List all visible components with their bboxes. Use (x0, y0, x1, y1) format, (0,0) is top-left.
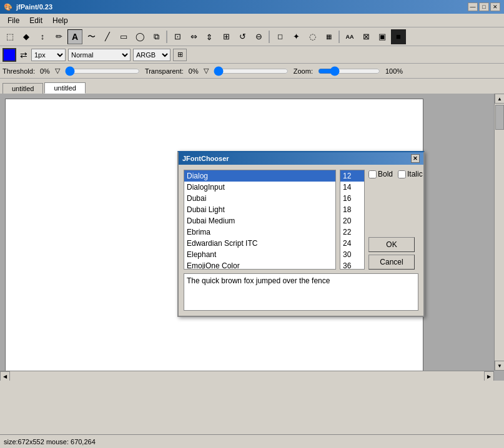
menu-bar: File Edit Help (0, 14, 504, 27)
dialog-top: Dialog DialogInput Dubai Dubai Light Dub… (184, 170, 418, 270)
font-item-elephant[interactable]: Elephant (184, 249, 335, 260)
crop-tool[interactable]: ⊡ (170, 29, 185, 44)
italic-checkbox[interactable] (398, 170, 406, 178)
title-bar-controls: — □ ✕ (468, 2, 500, 11)
bold-checkbox-group: Bold (368, 170, 393, 178)
size-item-18[interactable]: 18 (340, 204, 364, 215)
scroll-right-button[interactable]: ▶ (484, 371, 494, 381)
pencil-tool[interactable]: ✏ (51, 29, 66, 44)
menu-file[interactable]: File (2, 15, 24, 26)
size-item-12[interactable]: 12 (340, 170, 364, 182)
size-list[interactable]: 12 14 16 18 20 22 24 30 36 (340, 170, 364, 269)
color-picker-tool[interactable]: ■ (391, 29, 406, 44)
eraser-tool[interactable]: ◻ (272, 29, 287, 44)
flip-v-tool[interactable]: ⇔ (202, 29, 217, 44)
rectangle-tool[interactable]: ▭ (116, 29, 131, 44)
ok-button[interactable]: OK (368, 237, 415, 252)
flip-h-tool[interactable]: ⇔ (186, 29, 201, 44)
blend-mode-select[interactable]: NormalMultiplyScreenOverlay (68, 49, 131, 61)
scrollbar-bottom[interactable]: ◀ ▶ (0, 371, 494, 381)
adjust-bar: Threshold: 0% ▽ Transparent: 0% ▽ Zoom: … (0, 64, 504, 79)
swap-colors-button[interactable]: ⇄ (19, 50, 29, 60)
toolbar-separator-3 (338, 31, 340, 43)
scrollbar-right[interactable]: ▲ ▼ (494, 94, 504, 371)
font-dialog: JFontChooser ✕ Dialog DialogInput Dubai … (177, 151, 425, 317)
line-tool[interactable]: ╱ (100, 29, 115, 44)
curve-tool[interactable]: 〜 (84, 29, 99, 44)
dialog-close-button[interactable]: ✕ (411, 154, 420, 163)
font-item-dubai-medium[interactable]: Dubai Medium (184, 215, 335, 226)
font-item-dubai[interactable]: Dubai (184, 193, 335, 204)
scroll-track-right (495, 104, 504, 361)
color-mode-select[interactable]: ARGBRGBHSB (133, 49, 170, 61)
toolbar-separator-2 (269, 31, 270, 43)
aa-tool[interactable]: AA (342, 29, 357, 44)
fill-tool[interactable]: ◆ (19, 29, 34, 44)
gradient-tool[interactable]: ▦ (321, 29, 336, 44)
title-bar-left: 🎨 jfPaint/0.23 (4, 3, 52, 11)
threshold-slider[interactable] (65, 67, 140, 75)
app-icon: 🎨 (4, 3, 12, 11)
pattern-tool[interactable]: ▣ (375, 29, 390, 44)
copy-color-button[interactable]: ⊞ (173, 49, 187, 61)
size-item-30[interactable]: 30 (340, 249, 364, 260)
rotate-tool[interactable]: ↺ (235, 29, 250, 44)
spacer (368, 182, 418, 233)
font-item-ebrima[interactable]: Ebrima (184, 226, 335, 238)
font-item-dialog[interactable]: Dialog (184, 170, 335, 182)
zoom-out-tool[interactable]: ⊖ (251, 29, 266, 44)
toolbar-separator-1 (166, 31, 167, 43)
scroll-down-button[interactable]: ▼ (495, 361, 504, 371)
blur-tool[interactable]: ◌ (305, 29, 320, 44)
dialog-body: Dialog DialogInput Dubai Dubai Light Dub… (179, 165, 423, 316)
tab-untitled-2[interactable]: untitled (44, 82, 85, 94)
size-item-24[interactable]: 24 (340, 238, 364, 249)
zoom-slider[interactable] (318, 67, 380, 75)
tab-untitled-1[interactable]: untitled (2, 83, 43, 94)
select-tool[interactable]: ⬚ (2, 29, 17, 44)
tabs-bar: untitled untitled (0, 79, 504, 94)
font-item-edwardian[interactable]: Edwardian Script ITC (184, 238, 335, 249)
move-tool[interactable]: ↕ (35, 29, 50, 44)
size-item-36[interactable]: 36 (340, 260, 364, 269)
transparent-slider[interactable] (214, 67, 289, 75)
font-item-dubai-light[interactable]: Dubai Light (184, 204, 335, 215)
close-button[interactable]: ✕ (490, 2, 500, 11)
font-item-emojione[interactable]: EmojiOne Color (184, 260, 335, 269)
menu-help[interactable]: Help (47, 15, 73, 26)
scroll-track-bottom (10, 371, 484, 381)
text-tool[interactable]: A (67, 29, 82, 44)
filter-tool[interactable]: ⊠ (358, 29, 373, 44)
scroll-up-button[interactable]: ▲ (495, 94, 504, 104)
resize-tool[interactable]: ⊞ (219, 29, 234, 44)
dialog-title: JFontChooser (182, 155, 229, 162)
transform-tool[interactable]: ⧉ (149, 29, 164, 44)
threshold-value: 0% (40, 67, 50, 75)
minimize-button[interactable]: — (468, 2, 478, 11)
title-bar: 🎨 jfPaint/0.23 — □ ✕ (0, 0, 504, 14)
size-item-14[interactable]: 14 (340, 182, 364, 193)
scroll-left-button[interactable]: ◀ (0, 371, 10, 381)
threshold-label: Threshold: (2, 67, 35, 75)
menu-edit[interactable]: Edit (24, 15, 47, 26)
italic-checkbox-group: Italic (398, 170, 423, 178)
ellipse-tool[interactable]: ◯ (132, 29, 147, 44)
maximize-button[interactable]: □ (479, 2, 489, 11)
size-item-16[interactable]: 16 (340, 193, 364, 204)
font-list[interactable]: Dialog DialogInput Dubai Dubai Light Dub… (184, 170, 335, 269)
font-item-dialoginput[interactable]: DialogInput (184, 182, 335, 193)
dialog-buttons: OK Cancel (368, 237, 418, 270)
stroke-color-swatch[interactable] (2, 48, 16, 62)
scroll-thumb-right[interactable] (495, 105, 504, 130)
size-item-22[interactable]: 22 (340, 226, 364, 238)
size-item-20[interactable]: 20 (340, 215, 364, 226)
size-list-container: 12 14 16 18 20 22 24 30 36 (340, 170, 365, 270)
dialog-right: Bold Italic OK Cancel (368, 170, 418, 270)
bold-checkbox[interactable] (368, 170, 377, 178)
brush-size-select[interactable]: 1px2px3px4px5px (31, 49, 66, 61)
status-text: size:672x552 mouse: 670,264 (4, 438, 96, 446)
transparent-value: 0% (189, 67, 199, 75)
eyedropper-tool[interactable]: ✦ (289, 29, 304, 44)
font-preview-area: The quick brown fox jumped over the fenc… (184, 273, 418, 311)
cancel-button[interactable]: Cancel (368, 255, 415, 270)
